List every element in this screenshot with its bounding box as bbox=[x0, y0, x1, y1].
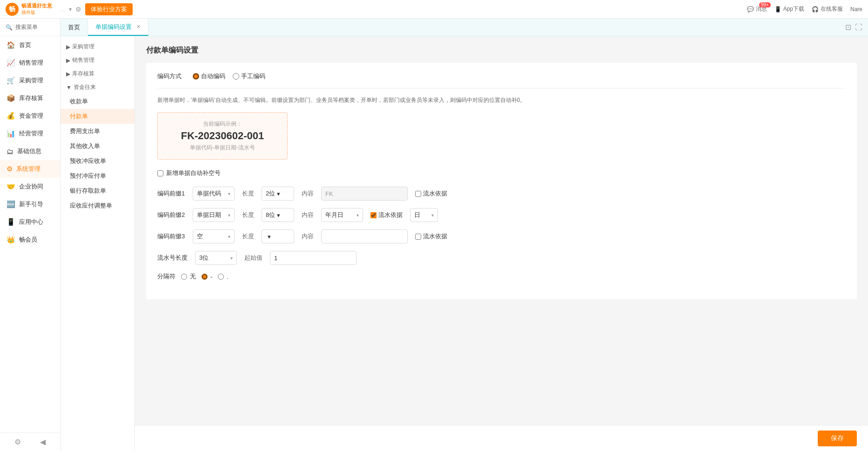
sub-group-purchase[interactable]: ▶ 采购管理 bbox=[61, 40, 135, 54]
sidebar-item-purchase[interactable]: 🛒 采购管理 bbox=[0, 72, 60, 89]
prefix3-stream-label[interactable]: 流水依据 bbox=[415, 232, 447, 241]
prefix2-content-label: 内容 bbox=[302, 211, 314, 219]
sidebar-item-apps[interactable]: 📱 应用中心 bbox=[0, 213, 60, 231]
download-icon: 📱 bbox=[774, 6, 781, 13]
prefix1-stream-checkbox[interactable] bbox=[415, 191, 421, 197]
tab-fullscreen-icon[interactable]: ⛶ bbox=[855, 23, 862, 32]
sub-item-bank-deposit[interactable]: 银行存取款单 bbox=[61, 183, 135, 198]
app-download-btn[interactable]: 📱 App下载 bbox=[774, 5, 804, 13]
message-icon: 💬 bbox=[747, 6, 754, 13]
settings-icon[interactable]: ⚙ bbox=[75, 6, 81, 13]
tab-actions: ⊡ ⛶ bbox=[840, 23, 868, 32]
sidebar-item-finance[interactable]: 💰 资金管理 bbox=[0, 107, 60, 125]
sidebar-item-enterprise[interactable]: 🤝 企业协同 bbox=[0, 178, 60, 195]
page-title: 付款单编码设置 bbox=[146, 46, 857, 55]
info-text: 新增单据时，'单据编码'自动生成、不可编辑。前缀设置为部门、业务员等档案类，开单… bbox=[157, 96, 846, 105]
sub-item-payment[interactable]: 付款单 bbox=[61, 109, 135, 124]
sub-item-adjustment[interactable]: 应收应付调整单 bbox=[61, 198, 135, 213]
sep-none-input[interactable] bbox=[181, 274, 187, 280]
sidebar-settings-icon[interactable]: ⚙ bbox=[14, 438, 21, 446]
sidebar-item-basic[interactable]: 🗂 基础信息 bbox=[0, 142, 60, 160]
prefix3-content-input[interactable] bbox=[321, 229, 408, 243]
sidebar-item-system[interactable]: ⚙ 系统管理 bbox=[0, 160, 60, 178]
sidebar-item-inventory[interactable]: 📦 库存核算 bbox=[0, 89, 60, 107]
sub-sidebar: ▶ 采购管理 ▶ 销售管理 ▶ 库存核算 ▼ 资金往来 收款单 付款单 费用支出… bbox=[61, 36, 135, 451]
top-bar-left: 畅 畅通通好生意 插件版 … ▾ ⚙ 体验行业方案 bbox=[6, 2, 743, 16]
sidebar-collapse-icon[interactable]: ◀ bbox=[40, 438, 46, 446]
prefix2-arrow-icon: ▾ bbox=[228, 213, 230, 218]
prefix1-stream-label[interactable]: 流水依据 bbox=[415, 189, 447, 198]
prefix2-content-select[interactable]: 年月日 ▾ bbox=[321, 208, 363, 222]
member-icon: 👑 bbox=[7, 236, 15, 244]
preview-label: 当前编码示例： bbox=[169, 120, 276, 128]
prefix1-length-label: 长度 bbox=[242, 189, 254, 198]
prefix2-stream-label[interactable]: 流水依据 bbox=[370, 211, 403, 219]
auto-fill-label[interactable]: 新增单据自动补空号 bbox=[166, 169, 221, 177]
prefix3-length-select[interactable]: ▾ bbox=[262, 229, 294, 243]
sub-item-advance-payable[interactable]: 预付冲应付单 bbox=[61, 168, 135, 183]
prefix1-len-arrow-icon: ▾ bbox=[277, 190, 280, 197]
prefix1-label: 编码前缀1 bbox=[157, 189, 185, 198]
service-icon: 🎧 bbox=[812, 6, 819, 13]
sep-dash-input[interactable] bbox=[202, 274, 208, 280]
sub-group-capital[interactable]: ▼ 资金往来 bbox=[61, 81, 135, 94]
tab-encoding[interactable]: 单据编码设置 ✕ bbox=[88, 19, 148, 36]
serial-row: 流水号长度 3位 ▾ 起始值 bbox=[157, 251, 846, 265]
apps-icon: 📱 bbox=[7, 218, 15, 226]
sub-item-advance-receivable[interactable]: 预收冲应收单 bbox=[61, 154, 135, 168]
sidebar-item-member[interactable]: 👑 畅会员 bbox=[0, 231, 60, 249]
tab-expand-icon[interactable]: ⊡ bbox=[845, 23, 851, 32]
encode-method-row: 编码方式 自动编码 手工编码 bbox=[157, 72, 846, 88]
sep-dot-input[interactable] bbox=[218, 274, 224, 280]
prefix1-content-label: 内容 bbox=[302, 189, 314, 198]
preview-desc: 单据代码-单据日期-流水号 bbox=[169, 144, 276, 152]
serial-start-input[interactable] bbox=[270, 251, 357, 265]
encode-method-radio-group: 自动编码 手工编码 bbox=[193, 72, 265, 81]
sub-group-sales[interactable]: ▶ 销售管理 bbox=[61, 54, 135, 67]
serial-len-arrow-icon: ▾ bbox=[230, 256, 233, 261]
logo-icon: 畅 bbox=[6, 3, 19, 16]
sep-none-radio[interactable]: 无 bbox=[181, 272, 196, 281]
prefix2-stream-checkbox[interactable] bbox=[370, 212, 377, 218]
sub-item-other-income[interactable]: 其他收入单 bbox=[61, 139, 135, 154]
sidebar-item-home[interactable]: 🏠 首页 bbox=[0, 36, 60, 54]
tab-home[interactable]: 首页 bbox=[61, 19, 88, 36]
prefix2-select[interactable]: 单据日期 ▾ bbox=[193, 208, 235, 222]
tab-bar: 首页 单据编码设置 ✕ ⊡ ⛶ bbox=[61, 19, 868, 36]
page-wrapper: 付款单编码设置 编码方式 自动编码 bbox=[135, 36, 868, 451]
sub-item-expense[interactable]: 费用支出单 bbox=[61, 124, 135, 139]
sidebar-item-operation[interactable]: 📊 经营管理 bbox=[0, 125, 60, 142]
sep-dash-radio[interactable]: - bbox=[202, 273, 212, 280]
manual-encode-input[interactable] bbox=[233, 73, 239, 80]
prefix2-length-select[interactable]: 8位 ▾ bbox=[262, 208, 294, 222]
enterprise-icon: 🤝 bbox=[7, 182, 15, 191]
dropdown-arrow-icon[interactable]: ▾ bbox=[69, 6, 72, 13]
prefix1-length-select[interactable]: 2位 ▾ bbox=[262, 187, 294, 201]
basic-icon: 🗂 bbox=[7, 148, 13, 155]
auto-fill-checkbox[interactable] bbox=[157, 170, 163, 176]
message-btn[interactable]: 💬 消息 99+ bbox=[747, 5, 767, 13]
online-service-btn[interactable]: 🎧 在线客服 bbox=[812, 5, 843, 13]
auto-encode-input[interactable] bbox=[193, 73, 199, 80]
tab-close-icon[interactable]: ✕ bbox=[136, 24, 141, 30]
sidebar-search[interactable]: 🔍 搜索菜单 bbox=[0, 19, 60, 36]
user-info[interactable]: Nare bbox=[850, 6, 862, 13]
top-bar-right: 💬 消息 99+ 📱 App下载 🎧 在线客服 Nare bbox=[747, 5, 862, 13]
prefix3-select[interactable]: 空 ▾ bbox=[193, 229, 235, 243]
sidebar-item-guide[interactable]: 🆕 新手引导 bbox=[0, 195, 60, 213]
serial-length-select[interactable]: 3位 ▾ bbox=[195, 251, 237, 265]
save-button[interactable]: 保存 bbox=[818, 431, 857, 446]
trial-btn[interactable]: 体验行业方案 bbox=[85, 3, 133, 15]
prefix3-stream-checkbox[interactable] bbox=[415, 234, 421, 240]
sub-group-inventory[interactable]: ▶ 库存核算 bbox=[61, 67, 135, 81]
logo-text: 畅通通好生意 插件版 bbox=[21, 2, 52, 16]
serial-length-label: 流水号长度 bbox=[157, 254, 188, 262]
auto-encode-radio[interactable]: 自动编码 bbox=[193, 72, 225, 81]
manual-encode-radio[interactable]: 手工编码 bbox=[233, 72, 265, 81]
sidebar-item-sales[interactable]: 📈 销售管理 bbox=[0, 54, 60, 72]
separator-label: 分隔符 bbox=[157, 272, 175, 281]
sub-item-receipt[interactable]: 收款单 bbox=[61, 94, 135, 109]
prefix1-select[interactable]: 单据代码 ▾ bbox=[193, 187, 235, 201]
prefix2-cycle-select[interactable]: 日 ▾ bbox=[410, 208, 438, 222]
sep-dot-radio[interactable]: . bbox=[218, 273, 229, 280]
